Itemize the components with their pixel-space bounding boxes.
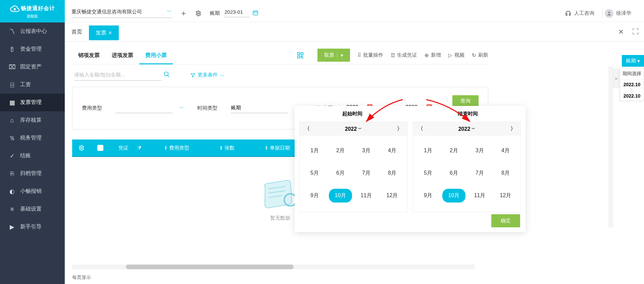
chevron-down-icon[interactable]: ﹀ bbox=[179, 105, 184, 111]
fetch-button[interactable]: 取票▾ bbox=[317, 49, 350, 62]
per-page-label: 每页显示 bbox=[72, 275, 91, 281]
grid-settings[interactable] bbox=[72, 145, 91, 151]
warehouse-icon: ⌂ bbox=[9, 117, 15, 124]
scrollbar-thumb[interactable] bbox=[126, 265, 294, 269]
subtab-expense[interactable]: 费用小票 bbox=[139, 46, 173, 64]
batch-icon: ⠿ bbox=[357, 52, 361, 58]
month-4月[interactable]: 4月 bbox=[494, 144, 517, 158]
lock-icon: ✓ bbox=[9, 153, 15, 159]
search-icon[interactable] bbox=[163, 71, 170, 79]
prev-year-button[interactable]: 〈 bbox=[304, 125, 310, 132]
col-count[interactable]: ▲▼张数 bbox=[204, 145, 251, 151]
tab-invoice[interactable]: 发票 × bbox=[89, 25, 119, 40]
month-7月[interactable]: 7月 bbox=[355, 166, 378, 180]
month-9月[interactable]: 9月 bbox=[303, 189, 326, 203]
subtab-sales[interactable]: 销项发票 bbox=[72, 46, 106, 64]
qr-icon[interactable] bbox=[297, 52, 304, 59]
sidebar-item-salary[interactable]: ⌸工资 bbox=[0, 76, 65, 94]
refresh-button[interactable]: ↻刷新 bbox=[472, 52, 488, 58]
grid-checkall[interactable] bbox=[91, 145, 110, 151]
month-6月[interactable]: 6月 bbox=[442, 166, 465, 180]
col-cert[interactable]: 凭证⧩ bbox=[110, 145, 150, 151]
next-year-button[interactable]: 〉 bbox=[510, 125, 516, 132]
svg-rect-5 bbox=[298, 56, 300, 58]
year-select-left[interactable]: 2022﹀ bbox=[345, 126, 362, 132]
consult-button[interactable]: 人工咨询 bbox=[565, 10, 594, 17]
sidebar-item-tax[interactable]: ％税务管理 bbox=[0, 129, 65, 147]
month-5月[interactable]: 5月 bbox=[303, 166, 326, 180]
month-2月[interactable]: 2月 bbox=[329, 144, 352, 158]
month-6月[interactable]: 6月 bbox=[329, 166, 352, 180]
month-1月[interactable]: 1月 bbox=[303, 144, 326, 158]
period-toggle[interactable]: 账期▾ bbox=[622, 55, 644, 67]
month-4月[interactable]: 4月 bbox=[381, 144, 404, 158]
month-11月[interactable]: 11月 bbox=[355, 189, 378, 203]
sidebar-item-guide[interactable]: ▶新手引导 bbox=[0, 218, 65, 236]
caret-down-icon: ▾ bbox=[637, 58, 640, 64]
confirm-button[interactable]: 确定 bbox=[491, 214, 520, 227]
month-5月[interactable]: 5月 bbox=[416, 166, 440, 180]
batch-button[interactable]: ⠿批量操作 bbox=[357, 52, 383, 58]
invoice-icon: ▦ bbox=[9, 99, 15, 106]
vertical-scrollbar[interactable] bbox=[608, 66, 613, 227]
video-button[interactable]: ▷视频 bbox=[448, 52, 464, 58]
close-all-button[interactable]: ✕ bbox=[616, 27, 626, 37]
gear-button[interactable] bbox=[195, 10, 202, 17]
next-year-button[interactable]: 〉 bbox=[397, 125, 402, 132]
month-9月[interactable]: 9月 bbox=[416, 189, 440, 203]
add-new-button[interactable]: ⊕新增 bbox=[425, 52, 441, 58]
timetype-select[interactable] bbox=[231, 103, 288, 113]
sidebar-item-closing[interactable]: ✓结账 bbox=[0, 147, 65, 165]
year-select-right[interactable]: 2022﹀ bbox=[458, 126, 476, 132]
start-time-title: 起始时间 bbox=[295, 106, 410, 122]
refresh-icon: ↻ bbox=[472, 52, 476, 58]
month-1月[interactable]: 1月 bbox=[416, 144, 440, 158]
month-8月[interactable]: 8月 bbox=[494, 166, 517, 180]
svg-rect-4 bbox=[301, 52, 303, 54]
month-12月[interactable]: 12月 bbox=[381, 189, 404, 203]
month-7月[interactable]: 7月 bbox=[468, 166, 491, 180]
app-edition: 旗舰版 bbox=[27, 14, 38, 19]
month-12月[interactable]: 12月 bbox=[494, 189, 517, 203]
sidebar-item-archive[interactable]: ⎘归档管理 bbox=[0, 165, 65, 182]
period-to[interactable]: 2022.10 bbox=[620, 91, 644, 101]
month-3月[interactable]: 3月 bbox=[355, 144, 378, 158]
svg-point-7 bbox=[81, 147, 83, 149]
sidebar-item-inventory[interactable]: ⌂库存核算 bbox=[0, 111, 65, 129]
sidebar-item-reports[interactable]: 〽云报表中心 bbox=[0, 22, 65, 40]
sidebar-item-settings[interactable]: ≡基础设置 bbox=[0, 200, 65, 218]
col-type[interactable]: ▲▼费用类型 bbox=[150, 145, 204, 151]
company-name: 重庆畅捷交通信息咨询有限公司 bbox=[71, 9, 142, 15]
month-11月[interactable]: 11月 bbox=[468, 189, 491, 203]
headset-icon bbox=[565, 10, 572, 17]
sidebar-item-expense[interactable]: ◐小畅报销 bbox=[0, 182, 65, 200]
month-2月[interactable]: 2月 bbox=[442, 144, 465, 158]
month-10月[interactable]: 10月 bbox=[329, 189, 352, 203]
add-button[interactable] bbox=[180, 10, 187, 17]
month-10月[interactable]: 10月 bbox=[442, 189, 465, 203]
topbar: 重庆畅捷交通信息咨询有限公司 ﹀ 账期 2023-01 人工咨询 徐泽华 bbox=[65, 5, 644, 22]
period-value[interactable]: 2023-01 bbox=[224, 9, 250, 17]
prev-year-button[interactable]: 〈 bbox=[418, 125, 423, 132]
user-menu[interactable]: 徐泽华 bbox=[605, 9, 631, 18]
subtab-purchase[interactable]: 进项发票 bbox=[106, 46, 139, 64]
gen-voucher-button[interactable]: ☲生成凭证 bbox=[391, 52, 417, 58]
calendar-icon[interactable] bbox=[252, 10, 258, 17]
sidebar-menu: 〽云报表中心 ₿资金管理 ⌧固定资产 ⌸工资 ▦发票管理 ⌂库存核算 ％税务管理… bbox=[0, 22, 65, 236]
tab-home[interactable]: 首页 bbox=[65, 22, 89, 42]
more-conditions[interactable]: 更多条件 ︿ bbox=[190, 72, 225, 78]
query-button[interactable]: 查询 bbox=[452, 95, 479, 107]
sidebar-item-funds[interactable]: ₿资金管理 bbox=[0, 40, 65, 58]
expand-button[interactable]: ⛶ bbox=[631, 27, 641, 37]
month-8月[interactable]: 8月 bbox=[381, 166, 404, 180]
type-select[interactable] bbox=[115, 103, 172, 113]
month-3月[interactable]: 3月 bbox=[468, 144, 491, 158]
search-input[interactable] bbox=[74, 69, 161, 81]
close-icon[interactable]: × bbox=[108, 25, 112, 40]
sidebar-item-invoice[interactable]: ▦发票管理 bbox=[0, 94, 65, 111]
sidebar-item-assets[interactable]: ⌧固定资产 bbox=[0, 58, 65, 76]
app-logo: 畅捷通好会计 旗舰版 bbox=[0, 0, 65, 22]
company-selector[interactable]: 重庆畅捷交通信息咨询有限公司 ﹀ bbox=[71, 8, 172, 18]
horizontal-scrollbar[interactable] bbox=[72, 265, 475, 269]
collapse-handle[interactable]: » bbox=[613, 69, 619, 88]
